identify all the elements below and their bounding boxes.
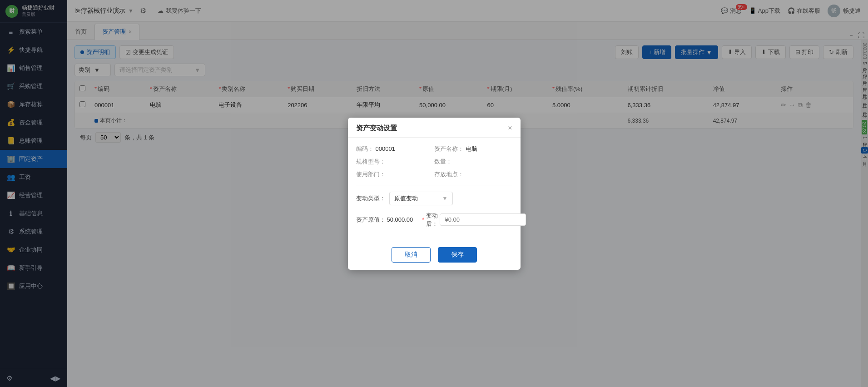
modal-value-row: 资产原值： 50,000.00 * 变动后： <box>356 212 512 228</box>
modal-overlay: 资产变动设置 × 编码： 000001 资产名称： 电脑 规格型号： 数量： <box>0 0 868 387</box>
modal-code-value: 000001 <box>376 145 395 152</box>
save-btn[interactable]: 保存 <box>438 247 477 263</box>
modal-divider <box>356 185 512 185</box>
modal-spec-label: 规格型号： <box>356 158 386 166</box>
asset-change-modal: 资产变动设置 × 编码： 000001 资产名称： 电脑 规格型号： 数量： <box>348 118 521 270</box>
modal-dept-label: 使用部门： <box>356 170 386 179</box>
modal-footer: 取消 保存 <box>348 242 521 270</box>
modal-quantity-label: 数量： <box>434 158 452 166</box>
modal-name-value: 电脑 <box>466 145 477 153</box>
modal-location-label: 存放地点： <box>434 170 464 179</box>
modal-name-row: 资产名称： 电脑 <box>434 145 512 153</box>
modal-original-value: 50,000.00 <box>387 216 413 223</box>
modal-select-arrow: ▼ <box>442 195 448 202</box>
modal-change-type-label: 变动类型： <box>356 194 386 203</box>
modal-body: 编码： 000001 资产名称： 电脑 规格型号： 数量： 使用部门： <box>348 138 521 242</box>
cancel-btn[interactable]: 取消 <box>392 247 431 263</box>
modal-after-label: 变动后： <box>426 212 438 228</box>
modal-original-label: 资产原值： <box>356 216 383 224</box>
modal-info-grid: 编码： 000001 资产名称： 电脑 规格型号： 数量： 使用部门： <box>356 145 512 179</box>
modal-header: 资产变动设置 × <box>348 118 521 138</box>
modal-code-row: 编码： 000001 <box>356 145 434 153</box>
modal-close-btn[interactable]: × <box>508 124 512 132</box>
modal-spec-row: 规格型号： <box>356 158 434 166</box>
modal-title: 资产变动设置 <box>356 124 397 133</box>
modal-change-type-row: 变动类型： 原值变动 ▼ <box>356 192 512 205</box>
modal-location-row: 存放地点： <box>434 170 512 179</box>
modal-change-type-value: 原值变动 <box>394 194 418 203</box>
modal-after-input[interactable] <box>440 213 526 226</box>
modal-quantity-row: 数量： <box>434 158 512 166</box>
modal-dept-row: 使用部门： <box>356 170 434 179</box>
modal-required-star: * <box>422 216 424 223</box>
modal-code-label: 编码： <box>356 145 374 153</box>
modal-name-label: 资产名称： <box>434 145 464 153</box>
modal-change-type-select[interactable]: 原值变动 ▼ <box>389 192 453 205</box>
